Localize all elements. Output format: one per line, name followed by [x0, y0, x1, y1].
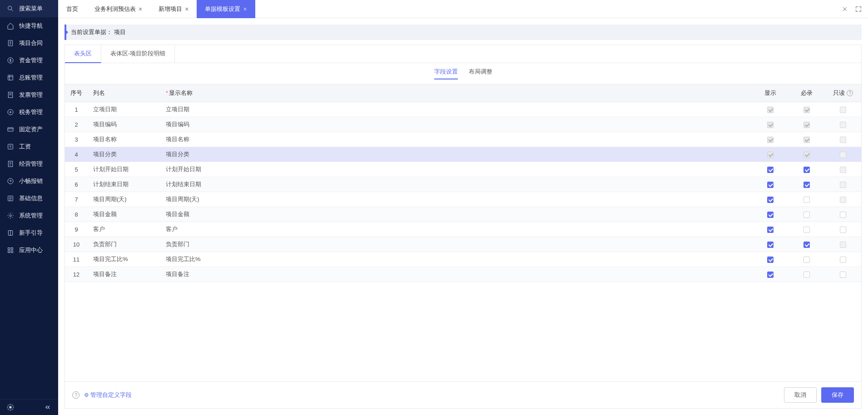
sidebar-item-invoice[interactable]: 发票管理	[0, 86, 58, 104]
table-row[interactable]: 9客户客户	[65, 222, 861, 237]
tab[interactable]: 业务利润预估表×	[86, 0, 150, 18]
sidebar-item-doc[interactable]: 项目合同	[0, 35, 58, 52]
asset-icon	[6, 125, 15, 133]
tab[interactable]: 新增项目×	[150, 0, 197, 18]
required-checkbox[interactable]	[804, 257, 810, 263]
cancel-button[interactable]: 取消	[784, 387, 817, 403]
table-row[interactable]: 3项目名称项目名称	[65, 132, 861, 147]
close-icon[interactable]: ×	[185, 5, 188, 13]
required-checkbox[interactable]	[804, 182, 810, 188]
sidebar-item-asset[interactable]: 固定资产	[0, 121, 58, 138]
save-button[interactable]: 保存	[821, 387, 854, 403]
cell-display-name[interactable]: 项目周期(天)	[160, 192, 752, 207]
sidebar-item-system[interactable]: 系统管理	[0, 207, 58, 224]
cell-required	[789, 147, 825, 162]
table-row[interactable]: 4项目分类项目分类	[65, 147, 861, 162]
help-icon[interactable]: ?	[847, 90, 853, 96]
close-all-icon[interactable]	[840, 4, 850, 14]
cell-display-name[interactable]: 立项日期	[160, 102, 752, 117]
sidebar-bottom	[0, 399, 58, 415]
sidebar-item-reimburse[interactable]: 小畅报销	[0, 173, 58, 190]
sidebar-item-label: 资金管理	[19, 56, 43, 64]
manage-custom-fields-link[interactable]: 管理自定义字段	[84, 391, 132, 399]
cell-col-name: 项目周期(天)	[88, 192, 160, 207]
main: 首页业务利润预估表×新增项目×单据模板设置× 当前设置单据： 项目 表头区表体区…	[58, 0, 868, 415]
show-checkbox[interactable]	[767, 167, 774, 173]
collapse-icon[interactable]	[44, 403, 52, 411]
required-checkbox	[804, 152, 810, 158]
cell-display-name[interactable]: 计划开始日期	[160, 162, 752, 177]
cell-display-name[interactable]: 项目完工比%	[160, 252, 752, 267]
cell-seq: 10	[65, 237, 88, 252]
tab[interactable]: 首页	[58, 0, 86, 18]
readonly-checkbox[interactable]	[840, 257, 846, 263]
sub-tab[interactable]: 字段设置	[434, 68, 458, 79]
cell-display-name[interactable]: 项目编码	[160, 117, 752, 132]
readonly-checkbox[interactable]	[840, 227, 846, 233]
readonly-checkbox	[840, 122, 846, 128]
cell-readonly	[825, 192, 861, 207]
cell-display-name[interactable]: 客户	[160, 222, 752, 237]
show-checkbox[interactable]	[767, 242, 774, 248]
cell-seq: 1	[65, 102, 88, 117]
cell-display-name[interactable]: 计划结束日期	[160, 177, 752, 192]
show-checkbox[interactable]	[767, 257, 774, 263]
sidebar-item-info[interactable]: 基础信息	[0, 190, 58, 207]
required-checkbox	[804, 107, 810, 113]
cell-seq: 3	[65, 132, 88, 147]
cell-show	[752, 252, 789, 267]
required-checkbox[interactable]	[804, 242, 810, 248]
table-row[interactable]: 5计划开始日期计划开始日期	[65, 162, 861, 177]
close-icon[interactable]: ×	[139, 5, 142, 13]
money-icon	[6, 56, 15, 64]
cell-display-name[interactable]: 负责部门	[160, 237, 752, 252]
show-checkbox[interactable]	[767, 272, 774, 278]
table-row[interactable]: 11项目完工比%项目完工比%	[65, 252, 861, 267]
readonly-checkbox[interactable]	[840, 272, 846, 278]
sidebar-item-biz[interactable]: 经营管理	[0, 155, 58, 173]
svg-rect-16	[11, 251, 13, 252]
gear-icon[interactable]	[6, 403, 15, 411]
tab[interactable]: 单据模板设置×	[197, 0, 255, 18]
sidebar-item-guide[interactable]: 新手引导	[0, 224, 58, 242]
system-icon	[6, 212, 15, 220]
cell-required	[789, 102, 825, 117]
sidebar-item-salary[interactable]: 工资	[0, 138, 58, 155]
sidebar-item-tax[interactable]: 税务管理	[0, 104, 58, 121]
required-checkbox[interactable]	[804, 197, 810, 203]
table-row[interactable]: 10负责部门负责部门	[65, 237, 861, 252]
show-checkbox[interactable]	[767, 182, 774, 188]
cell-seq: 7	[65, 192, 88, 207]
sidebar-item-ledger[interactable]: 总账管理	[0, 69, 58, 86]
cell-col-name: 项目金额	[88, 207, 160, 222]
section-tab[interactable]: 表体区-项目阶段明细	[101, 45, 175, 63]
cell-display-name[interactable]: 项目名称	[160, 132, 752, 147]
table-row[interactable]: 7项目周期(天)项目周期(天)	[65, 192, 861, 207]
sidebar-item-apps[interactable]: 应用中心	[0, 242, 58, 259]
readonly-checkbox[interactable]	[840, 212, 846, 218]
table-row[interactable]: 8项目金额项目金额	[65, 207, 861, 222]
cell-display-name[interactable]: 项目分类	[160, 147, 752, 162]
required-checkbox[interactable]	[804, 227, 810, 233]
sidebar-item-money[interactable]: 资金管理	[0, 52, 58, 69]
required-checkbox[interactable]	[804, 212, 810, 218]
close-icon[interactable]: ×	[243, 5, 247, 13]
sidebar-item-home[interactable]: 快捷导航	[0, 17, 58, 35]
required-checkbox[interactable]	[804, 272, 810, 278]
help-icon[interactable]: ?	[72, 391, 79, 399]
cell-display-name[interactable]: 项目备注	[160, 267, 752, 282]
required-checkbox[interactable]	[804, 167, 810, 173]
table-row[interactable]: 1立项日期立项日期	[65, 102, 861, 117]
table-row[interactable]: 12项目备注项目备注	[65, 267, 861, 282]
show-checkbox[interactable]	[767, 212, 774, 218]
section-tab[interactable]: 表头区	[65, 45, 101, 63]
sub-tab[interactable]: 布局调整	[469, 68, 492, 79]
show-checkbox[interactable]	[767, 227, 774, 233]
show-checkbox[interactable]	[767, 197, 774, 203]
table-row[interactable]: 6计划结束日期计划结束日期	[65, 177, 861, 192]
cell-display-name[interactable]: 项目金额	[160, 207, 752, 222]
tax-icon	[6, 108, 15, 116]
fullscreen-icon[interactable]	[853, 4, 863, 14]
table-row[interactable]: 2项目编码项目编码	[65, 117, 861, 132]
sidebar-item-search[interactable]: 搜索菜单	[0, 0, 58, 17]
